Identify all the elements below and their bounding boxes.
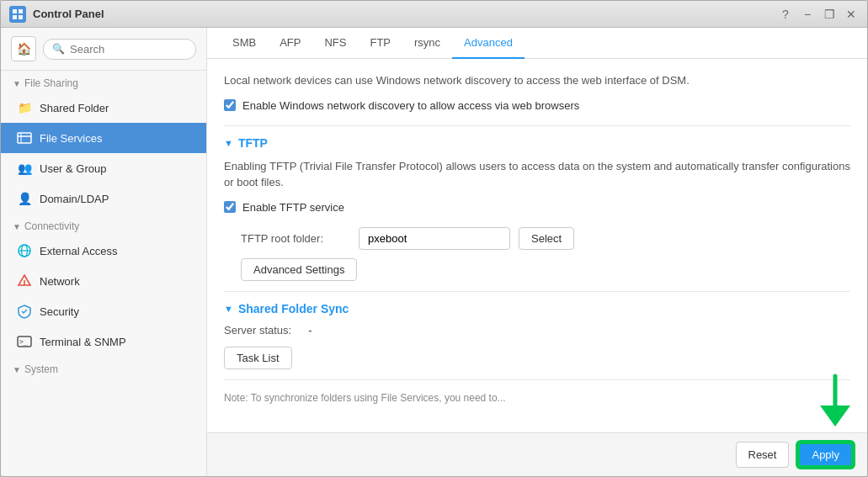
sync-note: Note: To synchronize folders using File … — [224, 390, 850, 405]
chevron-down-icon-connectivity: ▼ — [13, 222, 21, 231]
apply-button[interactable]: Apply — [797, 442, 854, 468]
windows-discovery-row: Enable Windows network discovery to allo… — [224, 99, 850, 112]
search-box[interactable]: 🔍 — [43, 39, 196, 60]
sidebar-item-terminal-snmp[interactable]: >_ Terminal & SNMP — [1, 326, 206, 357]
tftp-collapse-arrow[interactable]: ▼ — [224, 138, 233, 148]
task-list-wrapper: Task List — [224, 347, 850, 369]
tab-smb[interactable]: SMB — [221, 28, 268, 59]
tab-ftp[interactable]: FTP — [358, 28, 402, 59]
help-button[interactable]: ? — [778, 7, 793, 22]
network-icon — [16, 273, 33, 289]
security-icon — [16, 303, 33, 320]
tabs-bar: SMB AFP NFS FTP rsync Advanced — [207, 28, 867, 59]
sidebar-item-security[interactable]: Security — [1, 296, 206, 326]
windows-discovery-checkbox[interactable] — [224, 99, 236, 111]
security-label: Security — [40, 305, 79, 318]
windows-discovery-label: Enable Windows network discovery to allo… — [242, 99, 579, 112]
bottom-bar: Reset Apply — [207, 432, 867, 476]
sidebar-item-file-services[interactable]: File Services — [1, 123, 206, 153]
tftp-enable-row: Enable TFTP service — [224, 201, 850, 214]
svg-rect-4 — [18, 133, 31, 143]
control-panel-window: Control Panel ? − ❐ ✕ 🏠 🔍 ▼ File Sharing — [0, 0, 868, 477]
search-icon: 🔍 — [52, 43, 65, 55]
tftp-title-text: TFTP — [238, 136, 268, 150]
close-button[interactable]: ✕ — [844, 7, 859, 22]
system-label: System — [24, 363, 58, 375]
svg-text:>_: >_ — [19, 338, 28, 346]
main-layout: 🏠 🔍 ▼ File Sharing 📁 Shared Folder — [1, 28, 867, 476]
tftp-description: Enabling TFTP (Trivial File Transfer Pro… — [224, 158, 850, 191]
tftp-enable-checkbox[interactable] — [224, 201, 236, 213]
window-controls: ? − ❐ ✕ — [778, 7, 859, 22]
home-button[interactable]: 🏠 — [11, 36, 36, 61]
domain-icon: 👤 — [16, 190, 33, 207]
tftp-root-folder-label: TFTP root folder: — [241, 232, 350, 245]
content-body: Local network devices can use Windows ne… — [207, 59, 867, 432]
server-status-label: Server status: — [224, 324, 291, 337]
sidebar-section-file-sharing[interactable]: ▼ File Sharing — [1, 71, 206, 93]
server-status-value: - — [308, 324, 312, 337]
sidebar: 🏠 🔍 ▼ File Sharing 📁 Shared Folder — [1, 28, 207, 476]
tftp-select-button[interactable]: Select — [519, 227, 574, 250]
connectivity-label: Connectivity — [24, 220, 79, 232]
tab-advanced[interactable]: Advanced — [452, 28, 525, 59]
sidebar-item-shared-folder[interactable]: 📁 Shared Folder — [1, 93, 206, 123]
advanced-settings-button[interactable]: Advanced Settings — [241, 258, 357, 281]
tftp-enable-label: Enable TFTP service — [242, 201, 344, 214]
shared-folder-sync-text: Shared Folder Sync — [238, 302, 349, 315]
reset-button[interactable]: Reset — [736, 442, 790, 468]
tftp-section-title: ▼ TFTP — [224, 136, 850, 150]
users-icon: 👥 — [16, 160, 33, 177]
svg-rect-0 — [13, 9, 17, 13]
tftp-root-folder-input[interactable] — [359, 227, 510, 250]
domain-ldap-label: Domain/LDAP — [40, 193, 109, 205]
folder-icon: 📁 — [16, 99, 33, 116]
sidebar-item-external-access[interactable]: External Access — [1, 236, 206, 266]
sidebar-item-network[interactable]: Network — [1, 266, 206, 296]
file-sharing-label: File Sharing — [24, 77, 78, 89]
sidebar-header: 🏠 🔍 — [1, 28, 206, 71]
svg-rect-3 — [19, 15, 23, 19]
sidebar-section-system[interactable]: ▼ System — [1, 357, 206, 379]
file-services-label: File Services — [40, 132, 102, 145]
sidebar-item-user-group[interactable]: 👥 User & Group — [1, 153, 206, 183]
external-access-label: External Access — [40, 245, 118, 257]
tftp-root-folder-row: TFTP root folder: Select — [224, 227, 850, 250]
tab-nfs[interactable]: NFS — [312, 28, 358, 59]
chevron-down-icon-system: ▼ — [13, 365, 21, 374]
restore-button[interactable]: ❐ — [822, 7, 837, 22]
shared-folder-label: Shared Folder — [40, 102, 109, 114]
windows-discovery-description: Local network devices can use Windows ne… — [224, 72, 850, 89]
divider-3 — [224, 379, 850, 380]
minimize-button[interactable]: − — [800, 7, 815, 22]
search-input[interactable] — [70, 43, 187, 56]
file-services-icon — [16, 130, 33, 146]
terminal-snmp-label: Terminal & SNMP — [40, 336, 126, 348]
chevron-down-icon: ▼ — [13, 79, 21, 88]
sync-collapse-arrow[interactable]: ▼ — [224, 304, 233, 314]
titlebar: Control Panel ? − ❐ ✕ — [1, 1, 867, 28]
tftp-advanced-settings-wrapper: Advanced Settings — [241, 258, 850, 281]
divider-1 — [224, 125, 850, 126]
sidebar-section-connectivity[interactable]: ▼ Connectivity — [1, 214, 206, 236]
sidebar-item-domain-ldap[interactable]: 👤 Domain/LDAP — [1, 183, 206, 214]
external-access-icon — [16, 242, 33, 259]
tab-rsync[interactable]: rsync — [402, 28, 452, 59]
svg-rect-1 — [19, 9, 23, 13]
content-wrapper: SMB AFP NFS FTP rsync Advanced — [207, 28, 867, 476]
divider-2 — [224, 291, 850, 292]
window-title: Control Panel — [33, 8, 778, 20]
svg-rect-2 — [13, 15, 17, 19]
shared-folder-sync-title: ▼ Shared Folder Sync — [224, 302, 850, 315]
server-status-row: Server status: - — [224, 324, 850, 337]
network-label: Network — [40, 275, 80, 288]
app-icon — [9, 6, 26, 23]
terminal-icon: >_ — [16, 333, 33, 350]
tab-afp[interactable]: AFP — [268, 28, 312, 59]
task-list-button[interactable]: Task List — [224, 347, 292, 369]
content-area: SMB AFP NFS FTP rsync Advanced — [207, 28, 867, 476]
user-group-label: User & Group — [40, 162, 106, 175]
